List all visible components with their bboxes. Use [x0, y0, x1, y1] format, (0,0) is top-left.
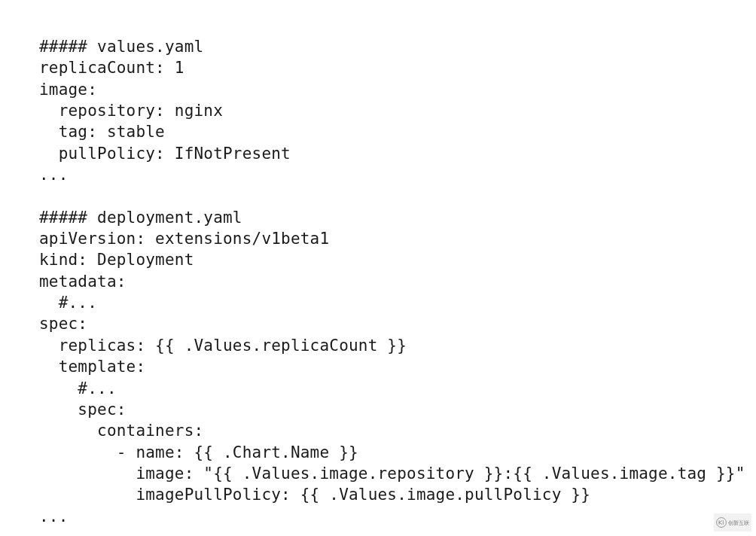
watermark-icon — [716, 517, 727, 528]
watermark-label: 创新互联 — [728, 520, 750, 525]
code-block: ##### values.yaml replicaCount: 1 image:… — [39, 36, 717, 527]
svg-point-0 — [716, 518, 726, 528]
watermark-badge: 创新互联 — [714, 513, 751, 531]
